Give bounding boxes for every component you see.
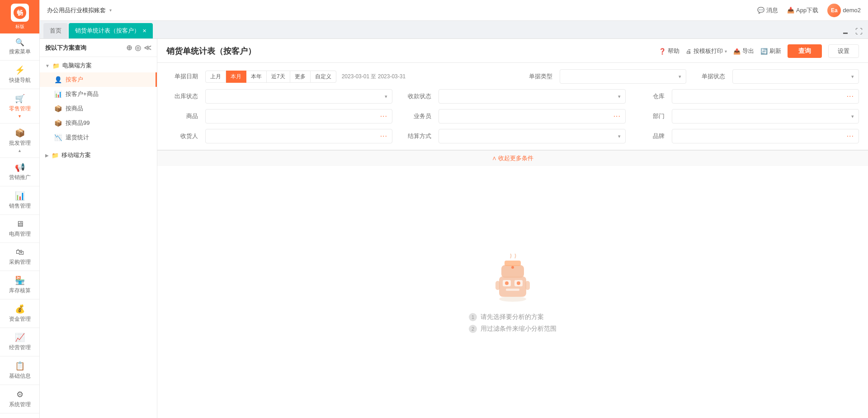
left-panel-header: 按以下方案查询 ⊕ ◎ ≪ <box>40 39 157 57</box>
sidebar-item-search[interactable]: 🔍 搜索菜单 <box>0 33 39 61</box>
svg-rect-9 <box>495 281 500 290</box>
brand-control[interactable]: ··· <box>672 129 859 143</box>
empty-illustration <box>486 252 540 306</box>
scheme-group-desktop-title[interactable]: ▼ 📁 电脑端方案 <box>40 59 157 72</box>
department-control[interactable]: ▾ <box>672 109 859 124</box>
settings-button[interactable]: 设置 <box>828 44 859 58</box>
sidebar-item-quick-nav[interactable]: ⚡ 快捷导航 <box>0 61 39 89</box>
retail-icon: 🛒 <box>15 94 25 104</box>
add-scheme-btn[interactable]: ⊕ <box>126 43 132 52</box>
date-tabs: 上月 本月 本年 近7天 更多 自定义 <box>205 71 336 83</box>
sidebar-sales-label: 销售管理 <box>9 202 31 210</box>
svg-rect-3 <box>499 276 526 297</box>
doc-status-label: 单据状态 <box>693 72 725 81</box>
out-status-label: 出库状态 <box>166 92 198 100</box>
settlement-control[interactable]: ▾ <box>439 129 626 143</box>
department-label: 部门 <box>633 112 665 120</box>
template-print-btn[interactable]: 🖨 按模板打印 ▾ <box>686 47 727 55</box>
collapse-panel-btn[interactable]: ≪ <box>144 43 151 52</box>
out-status-control[interactable]: ▾ <box>205 89 392 104</box>
ecommerce-icon: 🖥 <box>16 219 24 229</box>
tab-sales-stat[interactable]: 销货单统计表（按客户） ✕ <box>69 23 153 38</box>
sidebar-item-wholesale[interactable]: 📦 批发管理 ▲ <box>0 124 39 158</box>
desktop-folder-icon: 📁 <box>52 62 60 69</box>
collapse-bar[interactable]: ∧ 收起更多条件 <box>157 150 868 166</box>
date-tab-this-month[interactable]: 本月 <box>226 71 246 83</box>
sidebar-item-marketing[interactable]: 📢 营销推广 <box>0 158 39 186</box>
sidebar-item-basic[interactable]: 📋 基础信息 <box>0 356 39 385</box>
sidebar-item-ecommerce[interactable]: 🖥 电商管理 <box>0 215 39 243</box>
sidebar-item-retail[interactable]: 🛒 零售管理 ▼ <box>0 89 39 124</box>
app-download-btn[interactable]: 📥 App下载 <box>787 6 818 14</box>
wholesale-icon: 📦 <box>15 128 25 138</box>
topbar: 办公用品行业模拟账套 ▾ 💬 消息 📥 App下载 Ea demo2 <box>40 0 868 21</box>
sales-icon: 📊 <box>15 191 25 201</box>
by-product-label: 按商品 <box>66 104 83 113</box>
payment-status-arrow: ▾ <box>618 94 621 100</box>
sidebar-inventory-label: 库存核算 <box>9 287 31 294</box>
print-dropdown-arrow[interactable]: ▾ <box>725 49 727 54</box>
tip-item-1: 1 请先选择要分析的方案 <box>469 313 557 321</box>
doc-status-control[interactable]: ▾ <box>732 69 859 84</box>
tab-maximize-btn[interactable]: ⛶ <box>854 27 864 37</box>
tab-home[interactable]: 首页 <box>43 23 68 38</box>
payment-status-control[interactable]: ▾ <box>439 89 626 104</box>
help-label: 帮助 <box>668 47 679 55</box>
svg-point-13 <box>511 266 514 269</box>
sidebar-item-sales[interactable]: 📊 销售管理 <box>0 186 39 215</box>
salesperson-control[interactable]: ··· <box>439 109 626 124</box>
svg-text:畅: 畅 <box>17 9 23 16</box>
scheme-item-by-customer-product[interactable]: 📊 按客户+商品 <box>40 87 157 101</box>
out-status-arrow: ▾ <box>385 94 387 100</box>
sidebar-item-finance[interactable]: 💰 资金管理 <box>0 299 39 328</box>
search-button[interactable]: 查询 <box>788 44 822 58</box>
scheme-group-mobile-title[interactable]: ▶ 📁 移动端方案 <box>40 148 157 162</box>
doc-type-control[interactable]: ▾ <box>560 69 686 84</box>
template-print-label: 按模板打印 <box>693 47 723 55</box>
scheme-item-by-product-99[interactable]: 📦 按商品99 <box>40 116 157 130</box>
scheme-item-by-customer[interactable]: 👤 按客户 <box>40 72 157 87</box>
filter-area: 单据日期 上月 本月 本年 近7天 更多 自定义 2023-03-01 至 20… <box>157 63 868 150</box>
tab-minimize-btn[interactable]: 🗕 <box>840 27 851 37</box>
industry-dropdown-arrow[interactable]: ▾ <box>109 8 112 13</box>
scheme-item-by-product[interactable]: 📦 按商品 <box>40 101 157 116</box>
sidebar-marketing-label: 营销推广 <box>9 174 31 181</box>
right-panel: 销货单统计表（按客户） ❓ 帮助 🖨 按模板打印 ▾ 📤 导出 <box>157 39 868 418</box>
export-btn[interactable]: 📤 导出 <box>733 47 754 55</box>
sidebar-item-inventory[interactable]: 🏪 库存核算 <box>0 271 39 299</box>
sidebar-basic-label: 基础信息 <box>9 372 31 380</box>
date-tab-last-7[interactable]: 近7天 <box>267 71 290 83</box>
left-panel-title: 按以下方案查询 <box>45 44 86 52</box>
scheme-item-return-stat[interactable]: 📉 退货统计 <box>40 130 157 145</box>
warehouse-control[interactable]: ··· <box>672 89 859 104</box>
user-area[interactable]: Ea demo2 <box>827 4 861 17</box>
sidebar-retail-label: 零售管理 <box>9 105 31 113</box>
svg-point-2 <box>499 296 526 302</box>
filter-row-2: 出库状态 ▾ 收款状态 ▾ 仓库 ··· <box>166 89 859 104</box>
tab-close-btn[interactable]: ✕ <box>142 28 146 34</box>
basic-icon: 📋 <box>15 361 25 371</box>
username-label: demo2 <box>843 7 861 14</box>
refresh-label: 刷新 <box>769 47 781 55</box>
by-customer-label: 按客户 <box>66 76 83 84</box>
sidebar-item-operation[interactable]: 📈 经营管理 <box>0 328 39 356</box>
product-control[interactable]: ··· <box>205 109 392 124</box>
help-btn[interactable]: ❓ 帮助 <box>659 47 679 55</box>
topbar-right: 💬 消息 📥 App下载 Ea demo2 <box>757 4 861 17</box>
edit-scheme-btn[interactable]: ◎ <box>135 43 141 52</box>
app-logo: 畅 标版 <box>0 0 39 33</box>
date-label: 单据日期 <box>166 72 198 81</box>
date-tab-last-month[interactable]: 上月 <box>205 71 226 83</box>
sidebar-item-enterprise[interactable]: 🤝 企业协同 <box>0 413 39 418</box>
by-customer-product-icon: 📊 <box>54 90 62 98</box>
message-btn[interactable]: 💬 消息 <box>757 6 778 14</box>
date-tab-more[interactable]: 更多 <box>290 71 311 83</box>
sidebar-item-purchase[interactable]: 🛍 采购管理 <box>0 243 39 271</box>
return-stat-icon: 📉 <box>54 134 62 141</box>
by-customer-icon: 👤 <box>54 76 62 83</box>
receiver-control[interactable]: ··· <box>205 129 392 143</box>
date-tab-this-year[interactable]: 本年 <box>246 71 267 83</box>
refresh-btn[interactable]: 🔄 刷新 <box>760 47 781 55</box>
date-tab-custom[interactable]: 自定义 <box>311 71 336 83</box>
sidebar-item-system[interactable]: ⚙ 系统管理 <box>0 385 39 413</box>
